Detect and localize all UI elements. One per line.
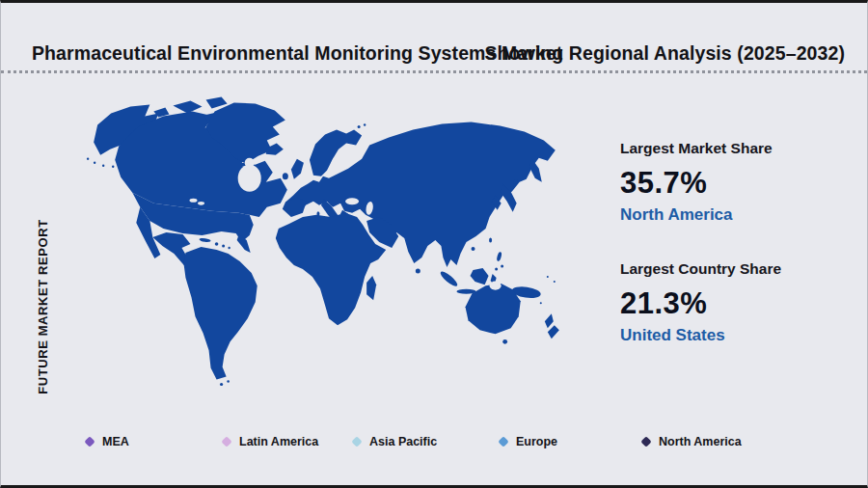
- page-title-analysis: Showing Regional Analysis (2025–2032): [484, 42, 845, 65]
- page-title-market: Pharmaceutical Environmental Monitoring …: [32, 42, 562, 65]
- stat-largest-market-share: Largest Market Share 35.7% North America: [620, 140, 852, 225]
- stat-region: United States: [620, 326, 852, 345]
- legend-diamond-icon: [84, 436, 95, 447]
- legend-diamond-icon: [640, 436, 651, 447]
- legend-label: MEA: [102, 435, 129, 448]
- legend-item-north-america: North America: [642, 433, 742, 450]
- legend-diamond-icon: [351, 436, 362, 447]
- stat-label: Largest Country Share: [620, 260, 852, 278]
- legend-diamond-icon: [498, 436, 508, 447]
- world-map: [59, 88, 601, 413]
- brand-vertical-text: FUTURE MARKET REPORT: [36, 219, 50, 394]
- stat-label: Largest Market Share: [620, 140, 852, 157]
- legend-item-europe: Europe: [500, 433, 557, 450]
- legend-label: Asia Pacific: [369, 435, 437, 448]
- infographic-frame: Pharmaceutical Environmental Monitoring …: [0, 0, 868, 488]
- stat-largest-country-share: Largest Country Share 21.3% United State…: [620, 260, 852, 345]
- stats-panel: Largest Market Share 35.7% North America…: [620, 140, 852, 345]
- continents: [87, 96, 559, 386]
- stat-value: 21.3%: [620, 288, 852, 318]
- stat-value: 35.7%: [620, 168, 852, 198]
- header-divider: [1, 70, 867, 73]
- legend-item-mea: MEA: [86, 433, 129, 450]
- stat-region: North America: [620, 205, 852, 225]
- legend-label: Latin America: [239, 435, 318, 448]
- legend-label: North America: [659, 435, 742, 448]
- legend-item-asia-pacific: Asia Pacific: [353, 433, 437, 450]
- legend-label: Europe: [516, 435, 557, 448]
- legend-diamond-icon: [221, 436, 231, 447]
- legend-item-latin-america: Latin America: [223, 433, 318, 450]
